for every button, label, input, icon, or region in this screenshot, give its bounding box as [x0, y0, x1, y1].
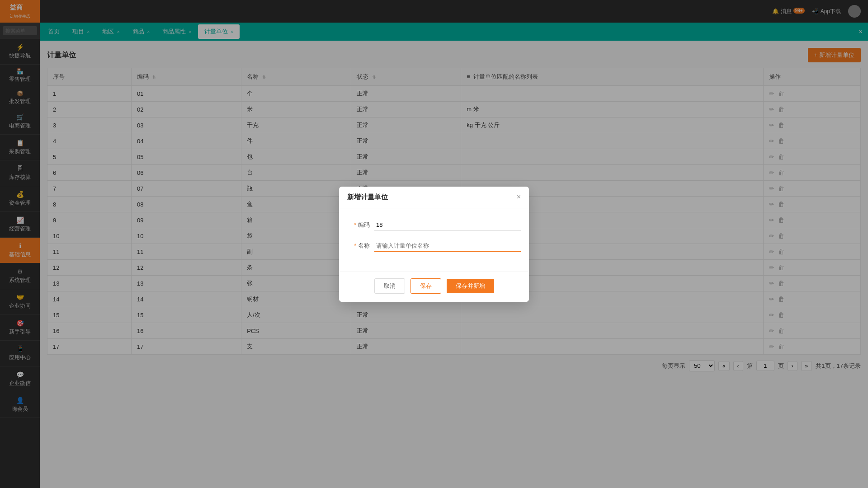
- modal-footer: 取消 保存 保存并新增: [339, 272, 529, 302]
- modal-overlay[interactable]: 新增计量单位 × 编码 名称 取消 保存 保存并新增: [0, 0, 868, 488]
- modal-header: 新增计量单位 ×: [339, 187, 529, 208]
- code-label: 编码: [347, 221, 370, 229]
- save-and-new-button[interactable]: 保存并新增: [447, 279, 494, 293]
- modal-body: 编码 名称: [339, 208, 529, 272]
- modal: 新增计量单位 × 编码 名称 取消 保存 保存并新增: [339, 187, 529, 302]
- modal-close-button[interactable]: ×: [517, 193, 521, 201]
- name-label: 名称: [347, 242, 370, 250]
- cancel-button[interactable]: 取消: [374, 278, 405, 294]
- code-input[interactable]: [374, 219, 521, 231]
- form-row-name: 名称: [347, 240, 521, 252]
- modal-title: 新增计量单位: [347, 193, 388, 202]
- save-button[interactable]: 保存: [410, 278, 441, 294]
- form-row-code: 编码: [347, 219, 521, 231]
- name-input[interactable]: [374, 240, 521, 252]
